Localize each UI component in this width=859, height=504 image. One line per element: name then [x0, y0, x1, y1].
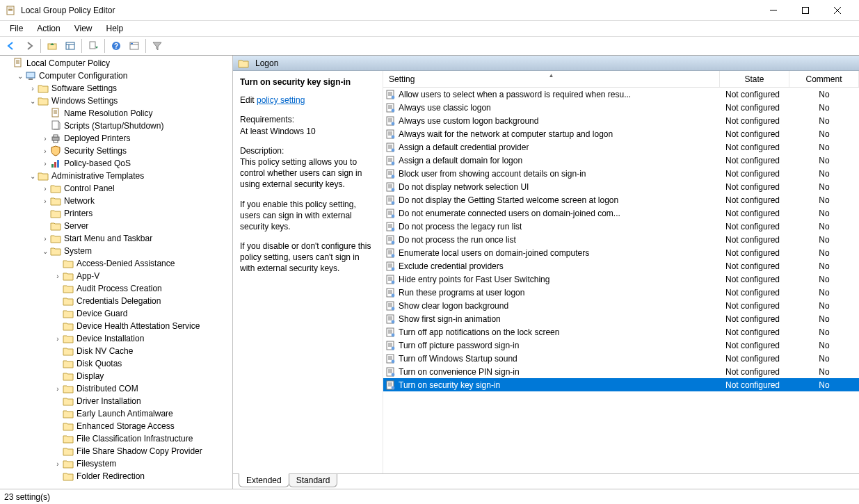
- expand-icon[interactable]: ›: [40, 135, 50, 143]
- show-hide-button[interactable]: [62, 38, 79, 54]
- setting-row[interactable]: Always wait for the network at computer …: [383, 127, 859, 140]
- tree-item[interactable]: ›Policy-based QoS: [0, 157, 232, 170]
- collapse-icon[interactable]: ⌄: [40, 247, 50, 255]
- column-setting[interactable]: Setting ▲: [383, 71, 720, 87]
- tree-item[interactable]: ›Distributed COM: [0, 382, 232, 395]
- tree-item[interactable]: Name Resolution Policy: [0, 107, 232, 120]
- setting-row[interactable]: Show clear logon backgroundNot configure…: [383, 299, 859, 312]
- tree-item[interactable]: ›Control Panel: [0, 182, 232, 195]
- column-comment[interactable]: Comment: [789, 71, 859, 87]
- properties-button[interactable]: [126, 38, 143, 54]
- forward-button[interactable]: [21, 38, 38, 54]
- menu-view[interactable]: View: [67, 22, 99, 35]
- collapse-icon[interactable]: ⌄: [28, 97, 38, 105]
- policy-setting-link[interactable]: policy setting: [257, 95, 305, 105]
- setting-row[interactable]: Turn off picture password sign-inNot con…: [383, 339, 859, 352]
- menu-help[interactable]: Help: [99, 22, 131, 35]
- tree-item[interactable]: ›Software Settings: [0, 82, 232, 95]
- setting-row[interactable]: Enumerate local users on domain-joined c…: [383, 246, 859, 259]
- tree-item[interactable]: ⌄Administrative Templates: [0, 170, 232, 182]
- expand-icon[interactable]: ›: [40, 160, 50, 168]
- tree-item[interactable]: Server: [0, 220, 232, 232]
- setting-row[interactable]: Block user from showing account details …: [383, 167, 859, 180]
- collapse-icon[interactable]: ⌄: [15, 72, 25, 80]
- tree-item[interactable]: Early Launch Antimalware: [0, 407, 232, 420]
- setting-row[interactable]: Do not process the legacy run listNot co…: [383, 220, 859, 233]
- menu-file[interactable]: File: [3, 22, 30, 35]
- tree-item[interactable]: Driver Installation: [0, 395, 232, 407]
- expand-icon[interactable]: ›: [40, 197, 50, 205]
- tree-item[interactable]: Enhanced Storage Access: [0, 420, 232, 432]
- setting-row[interactable]: Exclude credential providersNot configur…: [383, 259, 859, 273]
- setting-row[interactable]: Turn on convenience PIN sign-inNot confi…: [383, 365, 859, 378]
- setting-row[interactable]: Allow users to select when a password is…: [383, 88, 859, 101]
- tree-item-label: Folder Redirection: [77, 471, 145, 481]
- setting-row[interactable]: Assign a default domain for logonNot con…: [383, 154, 859, 167]
- setting-row[interactable]: Do not enumerate connected users on doma…: [383, 206, 859, 220]
- tree-item[interactable]: ›Deployed Printers: [0, 132, 232, 145]
- maximize-button[interactable]: [789, 0, 821, 21]
- expand-icon[interactable]: ›: [28, 85, 38, 92]
- setting-row[interactable]: Do not display network selection UINot c…: [383, 180, 859, 193]
- tree-item[interactable]: File Share Shadow Copy Provider: [0, 445, 232, 457]
- expand-icon[interactable]: ›: [53, 335, 63, 343]
- minimize-button[interactable]: [757, 0, 789, 21]
- menu-action[interactable]: Action: [30, 22, 67, 35]
- setting-row[interactable]: Always use custom logon backgroundNot co…: [383, 114, 859, 127]
- tree-item[interactable]: Disk NV Cache: [0, 345, 232, 357]
- tree-item[interactable]: ›Device Installation: [0, 332, 232, 345]
- policy-icon: [386, 314, 396, 324]
- help-button[interactable]: ?: [108, 38, 125, 54]
- tree-item[interactable]: Scripts (Startup/Shutdown): [0, 120, 232, 132]
- close-button[interactable]: [821, 0, 853, 21]
- tab-extended-label: Extended: [246, 475, 282, 485]
- setting-row[interactable]: Turn off Windows Startup soundNot config…: [383, 352, 859, 365]
- tree-pane[interactable]: Local Computer Policy⌄Computer Configura…: [0, 56, 233, 489]
- tree-item[interactable]: Device Health Attestation Service: [0, 320, 232, 332]
- setting-row[interactable]: Do not display the Getting Started welco…: [383, 193, 859, 206]
- setting-row[interactable]: Show first sign-in animationNot configur…: [383, 312, 859, 325]
- expand-icon[interactable]: ›: [40, 147, 50, 155]
- tab-standard[interactable]: Standard: [289, 474, 338, 487]
- export-list-button[interactable]: [85, 38, 102, 54]
- tree-item[interactable]: Local Computer Policy: [0, 57, 232, 70]
- tree-item[interactable]: Folder Redirection: [0, 470, 232, 482]
- setting-row[interactable]: Turn on security key sign-inNot configur…: [383, 378, 859, 391]
- tree-item[interactable]: ⌄Computer Configuration: [0, 70, 232, 82]
- setting-row[interactable]: Run these programs at user logonNot conf…: [383, 286, 859, 299]
- expand-icon[interactable]: ›: [53, 273, 63, 280]
- expand-icon[interactable]: ›: [40, 235, 50, 243]
- tree-item[interactable]: ⌄Windows Settings: [0, 95, 232, 107]
- svg-point-119: [392, 307, 395, 310]
- tab-extended[interactable]: Extended: [239, 473, 289, 487]
- folder-up-button[interactable]: [44, 38, 61, 54]
- tree-item[interactable]: ⌄System: [0, 245, 232, 257]
- setting-comment: No: [789, 367, 859, 377]
- setting-row[interactable]: Turn off app notifications on the lock s…: [383, 325, 859, 339]
- expand-icon[interactable]: ›: [40, 185, 50, 193]
- tree-item[interactable]: Display: [0, 370, 232, 382]
- list-body[interactable]: Allow users to select when a password is…: [383, 88, 859, 473]
- tree-item[interactable]: Access-Denied Assistance: [0, 257, 232, 270]
- setting-row[interactable]: Hide entry points for Fast User Switchin…: [383, 273, 859, 286]
- back-button[interactable]: [3, 38, 19, 54]
- tree-item[interactable]: ›Filesystem: [0, 457, 232, 470]
- tree-item[interactable]: Disk Quotas: [0, 357, 232, 370]
- tree-item[interactable]: Printers: [0, 207, 232, 220]
- collapse-icon[interactable]: ⌄: [28, 172, 38, 180]
- tree-item[interactable]: ›Network: [0, 195, 232, 207]
- column-state[interactable]: State: [720, 71, 789, 87]
- filter-button[interactable]: [149, 38, 166, 54]
- expand-icon[interactable]: ›: [53, 460, 63, 468]
- expand-icon[interactable]: ›: [53, 385, 63, 393]
- tree-item[interactable]: ›Security Settings: [0, 145, 232, 157]
- tree-item[interactable]: ›Start Menu and Taskbar: [0, 232, 232, 245]
- setting-row[interactable]: Do not process the run once listNot conf…: [383, 233, 859, 246]
- setting-row[interactable]: Always use classic logonNot configuredNo: [383, 101, 859, 114]
- setting-row[interactable]: Assign a default credential providerNot …: [383, 140, 859, 154]
- tree-item[interactable]: ›App-V: [0, 270, 232, 282]
- tree-item[interactable]: Audit Process Creation: [0, 282, 232, 295]
- tree-item[interactable]: Credentials Delegation: [0, 295, 232, 307]
- tree-item[interactable]: File Classification Infrastructure: [0, 432, 232, 445]
- tree-item[interactable]: Device Guard: [0, 307, 232, 320]
